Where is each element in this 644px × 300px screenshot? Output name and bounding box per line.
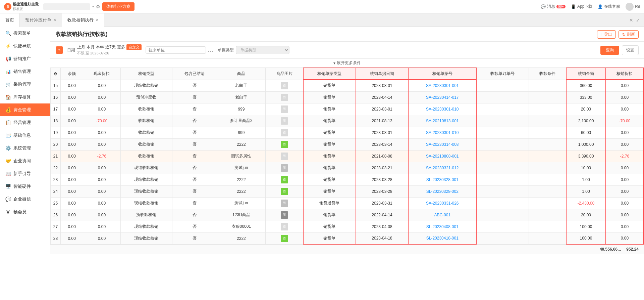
th-cash-discount: 现金折扣 [83,68,120,80]
dropdown-arrow-icon[interactable]: ▾ [92,5,94,8]
expand-more-button[interactable]: ▾ 展开更多条件 [333,60,361,66]
table-row: 270.000.00现结收款核销否衣服00001图销货单2023-04-08SL… [51,221,644,232]
th-writeoff-discount: 核销折扣 [606,68,644,80]
date-curr-month[interactable]: 本月 [87,44,95,50]
partner-dots[interactable]: ... [208,47,214,53]
setting-button[interactable]: 设置 [622,45,639,55]
table-row: 190.000.00收款核销否999图销货单2023-03-01SA-20230… [51,127,644,138]
page-header: 收款核销执行(按收款) ↑ 导出 ↻ 刷新 [50,27,644,42]
th-include-settled: 包含已结清 [172,68,217,80]
page-header-actions: ↑ 导出 ↻ 刷新 [597,30,639,39]
sidebar-item-inventory[interactable]: 🏠 库存核算 [0,91,50,103]
table-row: 150.000.00现结收款核销否老白干图销货单2023-03-01SA-202… [51,80,644,91]
avatar [626,3,634,11]
sidebar-item-collab[interactable]: 🤝 企业协同 [0,155,50,167]
messages-button[interactable]: 💬 消息 99+ [541,4,566,9]
date-7days[interactable]: 近7天 [105,44,116,50]
filter-expand-button[interactable]: » [56,46,63,54]
th-writeoff-no: 核销单据号 [408,68,476,80]
tab-home[interactable]: 首页 [0,13,20,27]
message-badge: 99+ [556,5,566,8]
sidebar-item-search[interactable]: 🔍 搜索菜单 [0,27,50,40]
sidebar-item-system[interactable]: ⚙️ 系统管理 [0,142,50,155]
app-icon: 📱 [571,4,576,9]
th-writeoff-voucher-type: 核销单据类型 [303,68,356,80]
message-icon: 💬 [541,4,546,9]
vouchertype-label: 单据类型 [218,47,234,53]
maximize-icon[interactable]: ⤢ [636,17,640,23]
search-input[interactable] [43,3,90,10]
sidebar: 🔍 搜索菜单 ⚡ 快捷导航 📢 营销推广 📊 销售管理 🛒 采购管理 🏠 库存核… [0,27,50,300]
sales-icon: 📊 [5,69,11,74]
quicknav-icon: ⚡ [5,43,11,49]
tab-writeoff[interactable]: 收款核销执行 ✕ [62,13,104,27]
service-icon: 👤 [598,4,603,9]
date-prev-month[interactable]: 上月 [77,44,85,50]
th-product: 商品 [217,68,266,80]
sidebar-item-purchase[interactable]: 🛒 采购管理 [0,78,50,91]
export-button[interactable]: ↑ 导出 [597,30,616,39]
data-table: ⚙ 余额 现金折扣 核销类型 包含已结清 商品 商品图片 核销单据类型 核销单据… [50,68,644,245]
filter-bar-right: 查询 设置 [600,45,639,55]
th-writeoff-type: 核销类型 [120,68,172,80]
table-row: 160.000.00预付冲应收否老白干图销货单2023-04-14SA-2023… [51,91,644,103]
vouchertype-select[interactable]: 单据类型 [236,46,289,54]
filter-bar: » 日期 上月 本月 本年 近7天 更多 自定义 不限 至 2023-07-26 [50,42,644,59]
table-row: 210.00-2.76收款核销否测试多属性图销货单2021-08-08SA-20… [51,150,644,162]
system-icon: ⚙️ [5,145,11,151]
sidebar-item-member[interactable]: V 畅会员 [0,206,50,218]
tab-writeoff-close-icon[interactable]: ✕ [96,18,99,22]
sidebar-item-finance[interactable]: 💰 资金管理 [0,103,50,116]
partner-input[interactable] [146,46,206,54]
try-industry-button[interactable]: 体验行业方案 [102,2,135,11]
table-row: 240.000.00现结收款核销否2222图销货单2023-03-28SL-20… [51,185,644,197]
operations-icon: 📋 [5,120,11,125]
online-service-button[interactable]: 👤 在线客服 [598,4,620,9]
basicinfo-icon: 📑 [5,133,11,138]
sidebar-item-operations[interactable]: 📋 经营管理 [0,116,50,129]
inventory-icon: 🏠 [5,94,11,100]
sidebar-item-sales[interactable]: 📊 销售管理 [0,65,50,78]
purchase-icon: 🛒 [5,82,11,87]
table-row: 200.000.00收款核销否2222图销货单2023-03-14SA-2023… [51,138,644,150]
filter-date-group: 日期 上月 本月 本年 近7天 更多 自定义 不限 至 2023-07-26 [67,44,142,56]
chevron-down-icon: ▾ [333,61,335,66]
table-wrapper[interactable]: ⚙ 余额 现金折扣 核销类型 包含已结清 商品 商品图片 核销单据类型 核销单据… [50,68,644,300]
tab-bar: 首页 预付冲应付单 ✕ 收款核销执行 ✕ ✕ ⤢ [0,13,644,27]
filter-date-options: 上月 本月 本年 近7天 更多 自定义 不限 至 2023-07-26 [77,44,142,56]
table-row: 220.000.00现结收款核销否测试jun图销货单2023-03-21SA-2… [51,162,644,174]
top-bar-left: 6 畅捷通道好生意 标准版 ▾ ⚙ 体验行业方案 [4,2,538,11]
tab-prepay[interactable]: 预付冲应付单 ✕ [20,13,62,27]
guide-icon: 📖 [5,171,11,176]
sidebar-item-marketing[interactable]: 📢 营销推广 [0,52,50,65]
table-row: 250.000.00现结收款核销否测试jun图销货退货单2023-03-31SA… [51,197,644,209]
sidebar-item-basicinfo[interactable]: 📑 基础信息 [0,129,50,142]
finance-icon: 💰 [5,107,11,113]
date-more[interactable]: 更多 [117,44,125,50]
sidebar-item-hardware[interactable]: 🖥️ 智能硬件 [0,180,50,193]
table-header-row: ⚙ 余额 现金折扣 核销类型 包含已结清 商品 商品图片 核销单据类型 核销单据… [51,68,644,80]
page-title: 收款核销执行(按收款) [56,31,108,38]
app-download-button[interactable]: 📱 App下载 [571,4,592,9]
member-icon: V [5,209,11,215]
th-balance: 余额 [61,68,83,80]
table-row: 260.000.00预收款核销否123D商品图销货单2022-04-14ABC-… [51,209,644,221]
th-settings[interactable]: ⚙ [51,68,61,80]
expand-more-bar: ▾ 展开更多条件 [50,59,644,68]
close-window-icon[interactable]: ✕ [629,17,633,23]
query-button[interactable]: 查询 [600,46,619,55]
table-body: 150.000.00现结收款核销否老白干图销货单2023-03-01SA-202… [51,80,644,244]
user-info[interactable]: Rit [626,3,640,11]
date-curr-year[interactable]: 本年 [96,44,104,50]
tab-prepay-close-icon[interactable]: ✕ [53,18,56,22]
filter-vouchertype-group: 单据类型 单据类型 [218,46,289,54]
table-row: 280.000.00现结收款核销否2222图销货单2023-04-18SL-20… [51,232,644,244]
refresh-button[interactable]: ↻ 刷新 [619,30,639,39]
brand-logo: 6 [4,3,11,10]
gear-icon[interactable]: ⚙ [96,4,100,9]
sidebar-item-guide[interactable]: 📖 新手引导 [0,167,50,180]
th-product-img: 商品图片 [266,68,303,80]
sidebar-item-wechat[interactable]: 💬 企业微信 [0,193,50,206]
date-custom-button[interactable]: 自定义 [126,44,142,50]
sidebar-item-quicknav[interactable]: ⚡ 快捷导航 [0,40,50,52]
